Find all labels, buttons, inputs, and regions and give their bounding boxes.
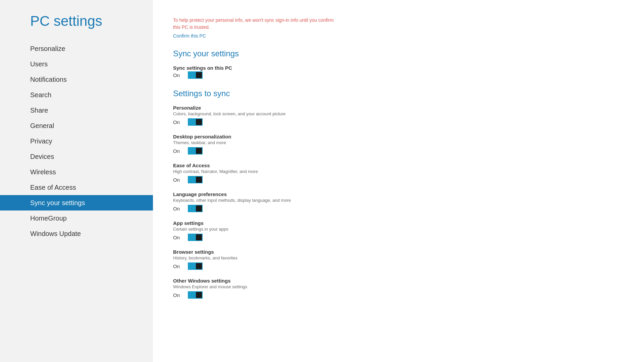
setting-desc-app-settings: Certain settings in your apps (173, 227, 624, 232)
setting-label-other-windows-settings: Other Windows settings (173, 278, 624, 284)
toggle-track-language-preferences (188, 205, 203, 212)
sidebar-item-devices[interactable]: Devices (30, 149, 153, 164)
sidebar-item-homegroup[interactable]: HomeGroup (30, 210, 153, 226)
toggle-row-app-settings: On (173, 234, 624, 241)
sidebar-item-label-homegroup: HomeGroup (30, 210, 153, 226)
toggle-track-ease-of-access (188, 176, 203, 183)
setting-desc-browser-settings: History, bookmarks, and favorites (173, 255, 624, 260)
setting-desc-desktop-personalization: Themes, taskbar, and more (173, 140, 624, 145)
sidebar-item-label-notifications: Notifications (30, 72, 153, 87)
toggle-track-browser-settings (188, 262, 203, 270)
toggle-track-desktop-personalization (188, 147, 203, 155)
sidebar-item-label-wireless: Wireless (30, 164, 153, 180)
setting-desc-personalize: Colors, background, lock screen, and you… (173, 111, 624, 116)
sync-settings-toggle[interactable] (188, 71, 203, 79)
toggle-track-personalize (188, 118, 203, 126)
sidebar-item-ease-of-access[interactable]: Ease of Access (30, 180, 153, 195)
sidebar-item-label-ease-of-access: Ease of Access (30, 180, 153, 195)
sidebar-item-share[interactable]: Share (30, 103, 153, 118)
settings-to-sync-title: Settings to sync (173, 89, 624, 98)
toggle-thumb-browser-settings (196, 263, 202, 269)
sidebar-item-label-devices: Devices (30, 149, 153, 164)
confirm-link[interactable]: Confirm this PC (173, 33, 206, 39)
toggle-thumb-ease-of-access (196, 177, 202, 183)
sidebar-item-label-users: Users (30, 56, 153, 72)
toggle-row-language-preferences: On (173, 205, 624, 212)
setting-desc-language-preferences: Keyboards, other input methods, display … (173, 198, 624, 203)
toggle-thumb-personalize (196, 119, 202, 125)
sidebar-nav: PersonalizeUsersNotificationsSearchShare… (30, 41, 153, 241)
setting-group-language-preferences: Language preferencesKeyboards, other inp… (173, 191, 624, 212)
toggle-other-windows-settings[interactable] (188, 291, 203, 299)
warning-text: To help protect your personal info, we w… (173, 17, 334, 31)
setting-label-desktop-personalization: Desktop personalization (173, 134, 624, 139)
toggle-desktop-personalization[interactable] (188, 147, 203, 155)
toggle-row-other-windows-settings: On (173, 291, 624, 299)
main-content: To help protect your personal info, we w… (153, 0, 644, 362)
toggle-thumb-language-preferences (196, 205, 202, 212)
settings-list: PersonalizeColors, background, lock scre… (173, 105, 624, 299)
toggle-track (188, 71, 203, 79)
toggle-row-ease-of-access: On (173, 176, 624, 183)
setting-label-personalize: Personalize (173, 105, 624, 111)
sidebar-item-sync-your-settings[interactable]: Sync your settings (0, 195, 153, 210)
toggle-personalize[interactable] (188, 118, 203, 126)
setting-label-app-settings: App settings (173, 220, 624, 226)
setting-desc-ease-of-access: High contrast, Narrator, Magnifier, and … (173, 169, 624, 174)
toggle-browser-settings[interactable] (188, 262, 203, 270)
toggle-on-text-language-preferences: On (173, 206, 182, 212)
toggle-on-text-desktop-personalization: On (173, 148, 182, 154)
setting-label-browser-settings: Browser settings (173, 249, 624, 255)
setting-desc-other-windows-settings: Windows Explorer and mouse settings (173, 284, 624, 289)
toggle-on-text-other-windows-settings: On (173, 292, 182, 298)
sidebar-item-label-search: Search (30, 87, 153, 103)
toggle-track-app-settings (188, 234, 203, 241)
sidebar-item-notifications[interactable]: Notifications (30, 72, 153, 87)
sidebar-item-users[interactable]: Users (30, 56, 153, 72)
setting-group-ease-of-access: Ease of AccessHigh contrast, Narrator, M… (173, 163, 624, 183)
setting-group-browser-settings: Browser settingsHistory, bookmarks, and … (173, 249, 624, 270)
setting-label-language-preferences: Language preferences (173, 191, 624, 197)
toggle-on-text-ease-of-access: On (173, 177, 182, 183)
sidebar-item-label-general: General (30, 118, 153, 133)
toggle-thumb-app-settings (196, 234, 202, 240)
toggle-row-desktop-personalization: On (173, 147, 624, 155)
sync-settings-on-this-pc-group: Sync settings on this PC On (173, 65, 624, 79)
sidebar-item-label-windows-update: Windows Update (30, 226, 153, 241)
toggle-track-other-windows-settings (188, 291, 203, 299)
setting-label-ease-of-access: Ease of Access (173, 163, 624, 168)
toggle-row-personalize: On (173, 118, 624, 126)
toggle-language-preferences[interactable] (188, 205, 203, 212)
toggle-ease-of-access[interactable] (188, 176, 203, 183)
sync-settings-toggle-row: On (173, 71, 624, 79)
setting-group-desktop-personalization: Desktop personalizationThemes, taskbar, … (173, 134, 624, 155)
sidebar-item-label-personalize: Personalize (30, 41, 153, 56)
sidebar-item-wireless[interactable]: Wireless (30, 164, 153, 180)
toggle-thumb (196, 72, 202, 78)
sidebar-item-search[interactable]: Search (30, 87, 153, 103)
toggle-app-settings[interactable] (188, 234, 203, 241)
sync-settings-on-text: On (173, 72, 182, 78)
sidebar: PC settings PersonalizeUsersNotification… (0, 0, 153, 362)
setting-group-app-settings: App settingsCertain settings in your app… (173, 220, 624, 241)
sync-settings-on-this-pc-label: Sync settings on this PC (173, 65, 624, 71)
sidebar-item-label-sync-your-settings: Sync your settings (30, 195, 153, 210)
app-title: PC settings (30, 13, 153, 29)
toggle-on-text-browser-settings: On (173, 263, 182, 269)
sidebar-item-personalize[interactable]: Personalize (30, 41, 153, 56)
toggle-row-browser-settings: On (173, 262, 624, 270)
toggle-thumb-other-windows-settings (196, 292, 202, 298)
sidebar-item-label-share: Share (30, 103, 153, 118)
toggle-on-text-app-settings: On (173, 235, 182, 240)
sidebar-item-windows-update[interactable]: Windows Update (30, 226, 153, 241)
sidebar-item-privacy[interactable]: Privacy (30, 133, 153, 149)
setting-group-other-windows-settings: Other Windows settingsWindows Explorer a… (173, 278, 624, 299)
sync-settings-title: Sync your settings (173, 49, 624, 58)
sidebar-item-general[interactable]: General (30, 118, 153, 133)
toggle-on-text-personalize: On (173, 119, 182, 125)
sidebar-item-label-privacy: Privacy (30, 133, 153, 149)
toggle-thumb-desktop-personalization (196, 148, 202, 154)
setting-group-personalize: PersonalizeColors, background, lock scre… (173, 105, 624, 126)
